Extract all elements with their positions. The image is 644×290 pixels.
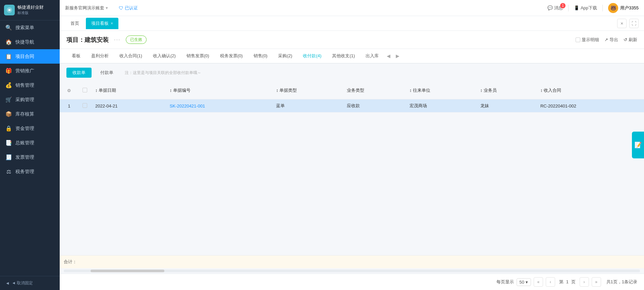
sidebar-item-search[interactable]: 🔍 搜索菜单 [0,20,60,35]
total-label: 合计： [64,259,77,264]
show-detail-checkbox[interactable] [576,38,580,42]
app-version: 标准版 [17,10,44,15]
nav-left-arrow[interactable]: ◀ [384,51,393,61]
sidebar-item-fund[interactable]: 🔒 资金管理 [0,121,60,136]
nav-tab-income-contract[interactable]: 收入合同(1) [114,49,148,64]
scrollbar-track[interactable] [64,270,640,272]
td-checkbox[interactable] [78,99,91,113]
th-contract[interactable]: ↕ 收入合同 [536,82,644,99]
nav-tab-sales[interactable]: 销售(0) [248,49,273,64]
horizontal-scrollbar[interactable] [60,268,644,274]
receipt-tab-button[interactable]: 收款单 [66,68,92,78]
message-button[interactable]: 💬 消息 1 [547,5,563,11]
per-page-label: 每页显示 [496,279,514,285]
show-detail-button[interactable]: 显示明细 [576,37,599,43]
tab-close-icon[interactable]: × [111,21,113,26]
th-gear[interactable]: ⚙ [60,82,78,99]
per-page-select[interactable]: 50 ▾ [517,278,531,286]
td-index: 1 [60,99,78,113]
td-number[interactable]: SK-20220421-001 [166,99,272,113]
sidebar-item-label: 采购管理 [15,97,34,103]
sidebar-item-sales[interactable]: 💰 销售管理 [0,78,60,92]
app-title-block: 畅捷通好业财 标准版 [17,5,44,15]
expand-button[interactable]: ⛶ [629,19,639,28]
project-dropdown[interactable]: 新服务官网演示账套 ▾ [65,5,108,11]
header-checkbox[interactable] [83,88,87,92]
sidebar-item-label: 库存核算 [15,111,34,117]
invoice-icon: 🧾 [5,154,12,160]
tab-project-board[interactable]: 项目看板 × [86,18,118,29]
nav-tab-profit[interactable]: 盈利分析 [86,49,114,64]
sidebar-unpin[interactable]: ◄ ◄ 取消固定 [0,276,60,290]
th-checkbox[interactable] [78,82,91,99]
th-salesperson[interactable]: ↕ 业务员 [476,82,536,99]
sidebar-item-project-contract[interactable]: 📋 项目合同 [0,49,60,64]
topbar-left: 新服务官网演示账套 ▾ 🛡 已认证 [65,5,547,11]
phone-icon: 📱 [574,5,579,10]
td-type: 蓝单 [272,99,343,113]
purchase-icon: 🛒 [5,96,12,103]
page-label: 第 1 页 [559,279,575,285]
refresh-button[interactable]: ↺ 刷新 [624,37,637,43]
divider2 [602,5,603,11]
sidebar-item-label: 搜索菜单 [15,25,34,31]
refresh-label: 刷新 [629,37,637,43]
gear-settings-icon[interactable]: ⚙ [64,85,74,96]
sidebar-item-label: 税务管理 [15,169,34,175]
nav-tab-income-confirm[interactable]: 收入确认(2) [148,49,181,64]
project-status-badge: 已生效 [126,35,147,44]
row-checkbox[interactable] [83,103,87,108]
tab-home[interactable]: 首页 [65,18,85,29]
shield-icon: 🛡 [119,5,123,11]
export-button[interactable]: ↗ 导出 [604,37,618,43]
project-menu-button[interactable]: ··· [114,37,120,43]
message-badge: 1 [560,3,566,8]
sidebar-item-invoice[interactable]: 🧾 发票管理 [0,150,60,164]
floating-panel-button[interactable]: 📝 [632,132,644,158]
scrollbar-thumb[interactable] [91,270,164,272]
sidebar-item-tax[interactable]: ⚖ 税务管理 [0,164,60,179]
unpin-label: ◄ 取消固定 [12,280,33,286]
last-page-button[interactable]: » [592,277,601,287]
nav-tab-kanban[interactable]: 看板 [66,49,86,64]
prev-page-button[interactable]: ‹ [546,277,555,287]
th-number[interactable]: ↕ 单据编号 [166,82,272,99]
nav-tab-sales-invoice[interactable]: 销售发票(0) [181,49,215,64]
sidebar-item-inventory[interactable]: 📦 库存核算 [0,107,60,121]
search-icon: 🔍 [5,24,12,31]
close-window-button[interactable]: × [617,19,627,28]
total-pages-info: 共1页，1条记录 [606,279,637,285]
th-type[interactable]: ↕ 单据类型 [272,82,343,99]
sidebar-item-purchase[interactable]: 🛒 采购管理 [0,92,60,107]
ledger-icon: 📑 [5,140,12,146]
nav-tab-purchase[interactable]: 采购(2) [273,49,298,64]
sidebar-scroll: 🔍 搜索菜单 🏠 快捷导航 📋 项目合同 🎁 营销推广 💰 销售管理 🛒 采购管… [0,20,60,276]
nav-tab-tax-invoice[interactable]: 税务发票(0) [215,49,248,64]
doc-number-link[interactable]: SK-20220421-001 [170,103,205,108]
nav-tab-receipt[interactable]: 收付款(4) [298,49,327,64]
sidebar-item-ledger[interactable]: 📑 总账管理 [0,136,60,150]
sidebar-item-marketing[interactable]: 🎁 营销推广 [0,64,60,78]
table-footer: 合计： [60,255,644,268]
th-date[interactable]: ↕ 单据日期 [91,82,166,99]
sidebar-item-label: 营销推广 [15,68,34,74]
next-page-button[interactable]: › [580,277,589,287]
first-page-button[interactable]: « [534,277,543,287]
nav-right-arrow[interactable]: ▶ [393,51,402,61]
gift-icon: 🎁 [5,68,12,74]
th-partner[interactable]: ↕ 往来单位 [406,82,476,99]
table-row[interactable]: 1 2022-04-21 SK-20220421-001 蓝单 [60,99,644,113]
panel-icon: 📝 [634,141,642,149]
per-page-value: 50 [520,280,524,285]
payment-tab-button[interactable]: 付款单 [94,68,119,78]
nav-tab-inventory[interactable]: 出入库 [360,49,384,64]
tabbar: 首页 项目看板 × × ⛶ [60,16,644,31]
nav-tab-other-income[interactable]: 其他收支(1) [327,49,360,64]
content-area: 项目：建筑安装 ··· 已生效 显示明细 ↗ 导出 ↺ 刷新 [60,31,644,290]
app-download-button[interactable]: 📱 App下载 [574,5,597,11]
user-profile[interactable]: 🐻 用户3355 [608,3,639,13]
show-detail-label: 显示明细 [582,37,599,43]
td-salesperson: 龙妹 [476,99,536,113]
sidebar-item-shortcut[interactable]: 🏠 快捷导航 [0,35,60,49]
nav-tabs: 看板 盈利分析 收入合同(1) 收入确认(2) 销售发票(0) 税务发票(0) … [60,49,644,64]
